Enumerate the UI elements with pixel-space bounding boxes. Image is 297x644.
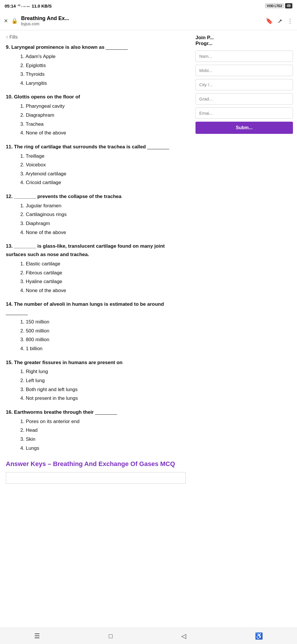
city-input[interactable] [195, 79, 293, 90]
menu-nav-icon[interactable]: ☰ [34, 632, 40, 640]
list-item: 2. 500 million [20, 327, 186, 336]
browser-url: byjus.com [21, 21, 262, 26]
list-item: 2. Left lung [20, 376, 186, 385]
browser-toolbar: × 🔒 Breathing And Ex... byjus.com 🔖 ➚ ⋮ [0, 12, 297, 30]
question-9: 9. Laryngeal prominence is also known as… [6, 43, 186, 88]
bottom-nav: ☰ □ ◁ ♿ [0, 628, 297, 644]
main-content: ↑ Fills 9. Laryngeal prominence is also … [0, 30, 297, 490]
question-13-text: 13. ________ is glass-like, translucent … [6, 242, 186, 259]
list-item: 3. Hyaline cartilage [20, 277, 186, 286]
submit-button[interactable]: Subm... [195, 122, 293, 134]
list-item: 4. Lungs [20, 444, 186, 453]
list-item: 3. Both right and left lungs [20, 385, 186, 394]
question-16-text: 16. Earthworms breathe through their ___… [6, 408, 186, 417]
question-12-options: 1. Jugular foramen 2. Cartilaginous ring… [20, 202, 186, 237]
answer-keys-title: Answer Keys – Breathing And Exchange Of … [6, 458, 186, 469]
list-item: 3. Diaphragm [20, 219, 186, 228]
battery-badge: 49 [285, 3, 292, 8]
question-15: 15. The greater fissures in humans are p… [6, 359, 186, 403]
sidebar: Join P...Progr... Subm... [191, 30, 297, 138]
question-11: 11. The ring of cartilage that surrounds… [6, 143, 186, 187]
name-input[interactable] [195, 51, 293, 62]
list-item: 4. None of the above [20, 286, 186, 295]
list-item: 2. Cartilaginous rings [20, 210, 186, 219]
grade-input[interactable] [195, 93, 293, 105]
list-item: 2. Voicebox [20, 161, 186, 170]
list-item: 2. Epiglottis [20, 61, 186, 70]
question-11-options: 1. Treillage 2. Voicebox 3. Arytenoid ca… [20, 152, 186, 187]
list-item: 3. Trachea [20, 120, 186, 129]
question-11-text: 11. The ring of cartilage that surrounds… [6, 143, 186, 151]
question-12-text: 12. ________ prevents the collapse of th… [6, 193, 186, 201]
email-input[interactable] [195, 107, 293, 119]
status-bar: 05:14 46 ▪ ▪▪ ▪▪▪ 11.0 KB/S VOD LTE2 49 [0, 0, 297, 12]
list-item: 1. Pores on its anterior end [20, 417, 186, 426]
list-item: 3. Thyroids [20, 70, 186, 79]
share-icon[interactable]: ➚ [278, 17, 282, 24]
answer-keys-box [6, 472, 186, 484]
question-16: 16. Earthworms breathe through their ___… [6, 408, 186, 453]
question-9-text: 9. Laryngeal prominence is also known as… [6, 43, 186, 52]
toolbar-title-block: Breathing And Ex... byjus.com [21, 15, 262, 26]
toolbar-icons: 🔖 ➚ ⋮ [266, 17, 293, 24]
status-signal: 46 ▪ ▪▪ ▪▪▪ [17, 4, 30, 8]
list-item: 1. 150 million [20, 318, 186, 327]
list-item: 4. Laryngitis [20, 79, 186, 88]
list-item: 2. Fibrous cartilage [20, 269, 186, 278]
list-item: 2. Head [20, 426, 186, 435]
question-13: 13. ________ is glass-like, translucent … [6, 242, 186, 295]
list-item: 4. 1 billion [20, 344, 186, 353]
list-item: 4. None of the above [20, 129, 186, 138]
list-item: 3. 800 million [20, 335, 186, 344]
question-16-options: 1. Pores on its anterior end 2. Head 3. … [20, 417, 186, 453]
back-nav-icon[interactable]: ◁ [181, 632, 186, 640]
menu-icon[interactable]: ⋮ [287, 17, 293, 24]
question-10-options: 1. Pharyngeal cavity 2. Diagraphram 3. T… [20, 102, 186, 137]
bookmark-icon[interactable]: 🔖 [266, 17, 273, 24]
status-network: 11.0 KB/S [32, 3, 52, 8]
list-item: 2. Diagraphram [20, 111, 186, 120]
list-item: 1. Right lung [20, 367, 186, 376]
close-icon[interactable]: × [4, 17, 8, 25]
list-item: 3. Arytenoid cartilage [20, 170, 186, 179]
question-15-options: 1. Right lung 2. Left lung 3. Both right… [20, 367, 186, 403]
list-item: 1. Adam's Apple [20, 52, 186, 61]
question-10-text: 10. Glottis opens on the floor of [6, 93, 186, 101]
question-14: 14. The number of alveoli in human lungs… [6, 300, 186, 353]
vod-badge: VOD LTE2 [265, 3, 284, 8]
list-item: 1. Treillage [20, 152, 186, 161]
question-14-text: 14. The number of alveoli in human lungs… [6, 300, 186, 317]
question-15-text: 15. The greater fissures in humans are p… [6, 359, 186, 367]
list-item: 3. Skin [20, 435, 186, 444]
truncated-top: ↑ Fills [6, 33, 186, 41]
sidebar-form: Subm... [195, 51, 293, 134]
mobile-input[interactable] [195, 65, 293, 76]
status-signal-sup: 46 [17, 4, 20, 7]
list-item: 1. Elastic cartilage [20, 260, 186, 269]
lock-icon: 🔒 [11, 18, 18, 24]
list-item: 4. None of the above [20, 228, 186, 237]
status-time: 05:14 [5, 3, 16, 8]
list-item: 4. Cricoid cartilage [20, 178, 186, 187]
question-12: 12. ________ prevents the collapse of th… [6, 193, 186, 237]
page-title: Breathing And Ex... [21, 15, 262, 21]
sidebar-join-title: Join P...Progr... [195, 35, 293, 46]
home-nav-icon[interactable]: □ [109, 632, 113, 640]
article: ↑ Fills 9. Laryngeal prominence is also … [0, 30, 191, 490]
status-left: 05:14 46 ▪ ▪▪ ▪▪▪ 11.0 KB/S [5, 3, 52, 8]
question-9-options: 1. Adam's Apple 2. Epiglottis 3. Thyroid… [20, 52, 186, 88]
accessibility-nav-icon[interactable]: ♿ [255, 632, 263, 640]
list-item: 1. Jugular foramen [20, 202, 186, 211]
status-right: VOD LTE2 49 [265, 3, 292, 8]
question-14-options: 1. 150 million 2. 500 million 3. 800 mil… [20, 318, 186, 353]
list-item: 4. Not present in the lungs [20, 394, 186, 403]
question-10: 10. Glottis opens on the floor of 1. Pha… [6, 93, 186, 137]
question-13-options: 1. Elastic cartilage 2. Fibrous cartilag… [20, 260, 186, 295]
list-item: 1. Pharyngeal cavity [20, 102, 186, 111]
